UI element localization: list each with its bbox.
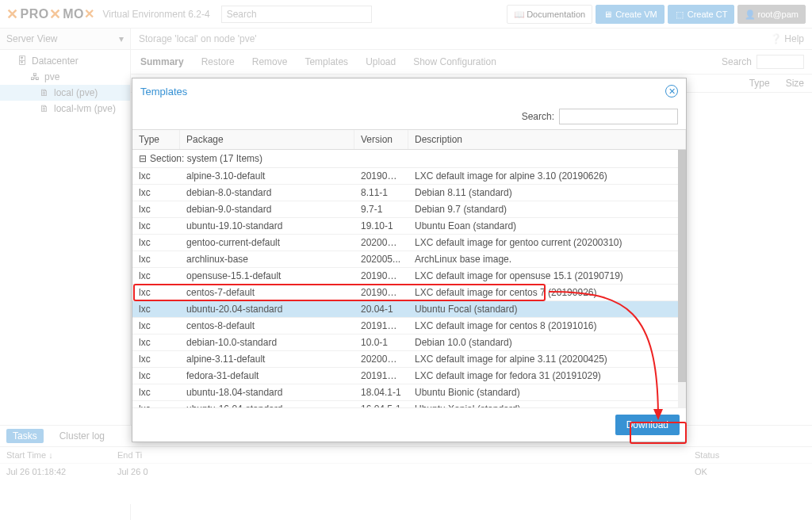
dialog-header: Templates ✕ [132, 78, 686, 104]
cell-type: lxc [132, 318, 180, 334]
cell-type: lxc [132, 401, 180, 407]
chevron-down-icon[interactable]: ▾ [119, 33, 124, 44]
template-row[interactable]: lxcubuntu-20.04-standard20.04-1Ubuntu Fo… [132, 301, 686, 318]
cell-type: lxc [132, 335, 180, 350]
template-row[interactable]: lxcalpine-3.10-default20190626LXC defaul… [132, 168, 686, 185]
cell-type: lxc [132, 368, 180, 384]
server-icon: 🖧 [30, 71, 41, 82]
content-title: Storage 'local' on node 'pve' [139, 33, 257, 44]
scrollbar-thumb[interactable] [678, 150, 686, 382]
cell-description: LXC default image for centos 8 (20191016… [408, 318, 686, 334]
tree-node-pve[interactable]: 🖧pve [0, 69, 130, 85]
logo: ✕ PRO✕MO✕ [6, 6, 94, 23]
disk-icon: 🗎 [40, 103, 51, 114]
task-row[interactable]: Jul 26 01:18:42 Jul 26 0 OK [0, 464, 812, 480]
col-package[interactable]: Package [180, 130, 354, 149]
cell-version: 20200425 [354, 351, 408, 367]
cell-package: debian-9.0-standard [180, 201, 354, 217]
create-ct-button[interactable]: ⬚Create CT [668, 5, 735, 24]
template-row[interactable]: lxcdebian-10.0-standard10.0-1Debian 10.0… [132, 335, 686, 351]
template-row[interactable]: lxcgentoo-current-default20200310LXC def… [132, 235, 686, 251]
cell-description: LXC default image for alpine 3.10 (20190… [408, 168, 686, 184]
template-row[interactable]: lxcubuntu-16.04-standard16.04.5-1Ubuntu … [132, 401, 686, 407]
cell-type: lxc [132, 351, 180, 367]
cell-version: 16.04.5-1 [354, 401, 408, 407]
user-icon: 👤 [745, 10, 754, 19]
book-icon: 📖 [514, 10, 523, 19]
cell-description: LXC default image for centos 7 (20190926… [408, 285, 686, 300]
server-icon: 🗄 [17, 55, 29, 67]
cell-package: ubuntu-18.04-standard [180, 384, 354, 400]
cell-type: lxc [132, 301, 180, 317]
btn-templates[interactable]: Templates [303, 55, 350, 69]
cell-version: 10.0-1 [354, 335, 408, 350]
cell-version: 20191029 [354, 368, 408, 384]
download-button[interactable]: Download [615, 415, 680, 435]
cell-version: 202005... [354, 251, 408, 267]
cell-type: lxc [132, 285, 180, 300]
template-row[interactable]: lxcubuntu-18.04-standard18.04.1-1Ubuntu … [132, 384, 686, 401]
help-button[interactable]: ❔ Help [770, 33, 804, 44]
template-row[interactable]: lxcarchlinux-base202005...ArchLinux base… [132, 251, 686, 268]
template-row[interactable]: lxcopensuse-15.1-default20190719LXC defa… [132, 268, 686, 285]
collapse-icon[interactable]: ⊟ [139, 153, 147, 164]
sidebar-header[interactable]: Server View ▾ [0, 29, 130, 50]
col-version[interactable]: Version [354, 130, 408, 149]
btn-restore[interactable]: Restore [200, 55, 236, 69]
dialog-search-bar: Search: [132, 104, 686, 129]
cell-type: lxc [132, 384, 180, 400]
monitor-icon: 🖥 [603, 10, 612, 19]
close-icon[interactable]: ✕ [665, 85, 678, 98]
cell-type: lxc [132, 251, 180, 267]
tree-datacenter[interactable]: 🗄Datacenter [0, 53, 130, 69]
logo-x-icon: ✕ [49, 6, 62, 23]
btn-remove[interactable]: Remove [251, 55, 289, 69]
section-header[interactable]: ⊟ Section: system (17 Items) [132, 150, 686, 168]
cell-version: 18.04.1-1 [354, 384, 408, 400]
create-vm-button[interactable]: 🖥Create VM [596, 5, 665, 24]
cell-description: Ubuntu Eoan (standard) [408, 218, 686, 234]
cell-description: LXC default image for alpine 3.11 (20200… [408, 351, 686, 367]
templates-grid-header: Type Package Version Description [132, 129, 686, 150]
cell-description: Debian 8.11 (standard) [408, 185, 686, 201]
tree-storage-local[interactable]: 🗎local (pve) [0, 85, 130, 101]
content-search-input[interactable] [756, 55, 804, 69]
templates-dialog: Templates ✕ Search: Type Package Version… [132, 78, 687, 442]
task-grid-header: Start Time ↓ End Ti Status [0, 447, 812, 464]
template-row[interactable]: lxcubuntu-19.10-standard19.10-1Ubuntu Eo… [132, 218, 686, 235]
template-row[interactable]: lxcalpine-3.11-default20200425LXC defaul… [132, 351, 686, 368]
cell-package: fedora-31-default [180, 368, 354, 384]
resource-tree: 🗄Datacenter 🖧pve 🗎local (pve) 🗎local-lvm… [0, 50, 130, 120]
cell-package: ubuntu-16.04-standard [180, 401, 354, 407]
logo-x-icon: ✕ [84, 6, 95, 21]
dialog-search-input[interactable] [559, 109, 678, 124]
header-search-input[interactable] [221, 6, 372, 23]
scrollbar[interactable] [678, 150, 686, 407]
dialog-footer: Download [132, 407, 686, 442]
col-type[interactable]: Type [132, 130, 180, 149]
tab-summary[interactable]: Summary [139, 55, 186, 69]
cell-package: ubuntu-20.04-standard [180, 301, 354, 317]
content-title-bar: Storage 'local' on node 'pve' ❔ Help [131, 29, 812, 50]
tree-storage-local-lvm[interactable]: 🗎local-lvm (pve) [0, 101, 130, 117]
cell-version: 20.04-1 [354, 301, 408, 317]
content-toolbar: Summary Restore Remove Templates Upload … [131, 50, 812, 75]
template-row[interactable]: lxcdebian-8.0-standard8.11-1Debian 8.11 … [132, 185, 686, 201]
cell-description: Ubuntu Bionic (standard) [408, 384, 686, 400]
cell-version: 19.10-1 [354, 218, 408, 234]
cell-package: archlinux-base [180, 251, 354, 267]
cell-package: gentoo-current-default [180, 235, 354, 250]
template-row[interactable]: lxcdebian-9.0-standard9.7-1Debian 9.7 (s… [132, 201, 686, 218]
tab-tasks[interactable]: Tasks [6, 429, 44, 443]
template-row[interactable]: lxccentos-8-default20191016LXC default i… [132, 318, 686, 335]
documentation-button[interactable]: 📖Documentation [507, 5, 592, 24]
template-row[interactable]: lxccentos-7-default20190926LXC default i… [132, 285, 686, 301]
tab-cluster-log[interactable]: Cluster log [53, 429, 111, 443]
app-header: ✕ PRO✕MO✕ Virtual Environment 6.2-4 📖Doc… [0, 0, 812, 29]
col-description[interactable]: Description [408, 130, 686, 149]
user-menu-button[interactable]: 👤root@pam [737, 5, 806, 24]
btn-upload[interactable]: Upload [364, 55, 397, 69]
btn-show-config[interactable]: Show Configuration [412, 55, 498, 69]
cell-description: Debian 9.7 (standard) [408, 201, 686, 217]
template-row[interactable]: lxcfedora-31-default20191029LXC default … [132, 368, 686, 384]
